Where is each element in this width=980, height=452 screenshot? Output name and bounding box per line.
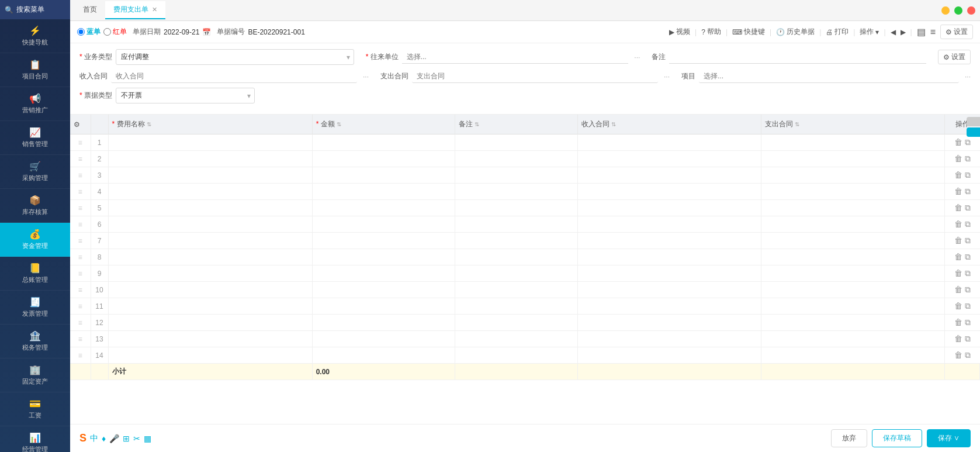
expense-contract-dots[interactable]: ··· (664, 73, 670, 81)
copy-row-icon[interactable]: ⧉ (965, 318, 971, 327)
expense-contract-cell[interactable] (761, 249, 944, 265)
income-contract-cell[interactable] (577, 282, 761, 298)
income-sort[interactable]: ⇅ (611, 121, 616, 127)
sidebar-item-invoice-mgmt[interactable]: 🧾发票管理 (0, 291, 70, 325)
sidebar-item-fund-mgmt[interactable]: 💰资金管理 (0, 223, 70, 257)
copy-row-icon[interactable]: ⧉ (965, 301, 971, 311)
income-contract-dots[interactable]: ··· (363, 73, 369, 81)
row-drag-handle[interactable]: ≡ (70, 216, 91, 233)
expense-name-cell[interactable] (108, 265, 312, 282)
amount-cell[interactable] (312, 200, 455, 216)
sidebar-item-quick-nav[interactable]: ⚡快捷导航 (0, 19, 70, 53)
expense-name-cell[interactable] (108, 298, 312, 315)
amount-sort[interactable]: ⇅ (337, 121, 341, 127)
sidebar-item-general-ledger[interactable]: 📒总账管理 (0, 257, 70, 291)
note-cell[interactable] (455, 216, 577, 233)
sidebar-item-project-contract[interactable]: 📋项目合同 (0, 53, 70, 87)
row-drag-handle[interactable]: ≡ (70, 233, 91, 249)
income-contract-cell[interactable] (577, 200, 761, 216)
note-cell[interactable] (455, 184, 577, 200)
save-draft-button[interactable]: 保存草稿 (872, 429, 922, 447)
tab-home[interactable]: 首页 (75, 1, 105, 19)
edge-tab-1[interactable]: 附 (967, 117, 980, 126)
business-type-select[interactable]: 应付调整 ▾ (116, 49, 354, 65)
history-button[interactable]: 🕐 历史单据 (776, 27, 815, 37)
expense-name-cell[interactable] (108, 184, 312, 200)
row-drag-handle[interactable]: ≡ (70, 167, 91, 184)
row-drag-handle[interactable]: ≡ (70, 151, 91, 167)
settings-button[interactable]: ⚙ 设置 (940, 25, 973, 39)
delete-row-icon[interactable]: 🗑 (954, 203, 962, 213)
note-cell[interactable] (455, 134, 577, 151)
more-actions-button[interactable]: 操作 ▾ (860, 27, 879, 37)
row-drag-handle[interactable]: ≡ (70, 265, 91, 282)
copy-row-icon[interactable]: ⧉ (965, 350, 971, 360)
expense-contract-cell[interactable] (761, 216, 944, 233)
row-drag-handle[interactable]: ≡ (70, 315, 91, 331)
expense-name-cell[interactable] (108, 347, 312, 364)
note-cell[interactable] (455, 233, 577, 249)
row-drag-handle[interactable]: ≡ (70, 331, 91, 347)
copy-row-icon[interactable]: ⧉ (965, 285, 971, 295)
sidebar-item-payroll[interactable]: 💳工资 (0, 392, 70, 426)
expense-contract-cell[interactable] (761, 331, 944, 347)
red-single-radio[interactable] (103, 28, 111, 36)
row-drag-handle[interactable]: ≡ (70, 184, 91, 200)
tab-expense-form[interactable]: 费用支出单✕ (105, 1, 165, 19)
row-drag-handle[interactable]: ≡ (70, 249, 91, 265)
shortcut-button[interactable]: ⌨ 快捷键 (732, 27, 765, 37)
amount-cell[interactable] (312, 265, 455, 282)
expense-contract-cell[interactable] (761, 134, 944, 151)
amount-cell[interactable] (312, 151, 455, 167)
sidebar-search[interactable]: 🔍 搜索菜单 (0, 0, 70, 19)
amount-cell[interactable] (312, 315, 455, 331)
note-cell[interactable] (455, 151, 577, 167)
expense-name-cell[interactable] (108, 151, 312, 167)
red-single-label[interactable]: 红单 (103, 27, 127, 37)
minimize-button[interactable] (941, 6, 950, 15)
amount-cell[interactable] (312, 249, 455, 265)
expense-contract-input[interactable] (412, 70, 658, 83)
expense-name-cell[interactable] (108, 200, 312, 216)
note-cell[interactable] (455, 265, 577, 282)
income-contract-input[interactable] (111, 70, 357, 83)
delete-row-icon[interactable]: 🗑 (954, 334, 962, 344)
expense-contract-cell[interactable] (761, 347, 944, 364)
save-button[interactable]: 保存 ∨ (927, 429, 971, 447)
grid-view-button[interactable]: ▤ (917, 26, 926, 37)
table-settings-icon[interactable]: ⚙ (74, 120, 80, 129)
note-input[interactable] (669, 50, 926, 64)
expense-contract-cell[interactable] (761, 315, 944, 331)
blue-single-radio[interactable] (77, 28, 85, 36)
maximize-button[interactable] (954, 6, 962, 15)
copy-row-icon[interactable]: ⧉ (965, 187, 971, 196)
delete-row-icon[interactable]: 🗑 (954, 154, 962, 164)
expense-name-cell[interactable] (108, 282, 312, 298)
expense-contract-cell[interactable] (761, 151, 944, 167)
income-contract-cell[interactable] (577, 298, 761, 315)
sidebar-item-marketing[interactable]: 📢营销推广 (0, 87, 70, 121)
amount-cell[interactable] (312, 184, 455, 200)
sidebar-item-operations-mgmt[interactable]: 📊经营管理 (0, 426, 70, 452)
delete-row-icon[interactable]: 🗑 (954, 170, 962, 180)
delete-row-icon[interactable]: 🗑 (954, 350, 962, 360)
expense-name-cell[interactable] (108, 249, 312, 265)
copy-row-icon[interactable]: ⧉ (965, 268, 971, 278)
copy-row-icon[interactable]: ⧉ (965, 219, 971, 229)
delete-row-icon[interactable]: 🗑 (954, 301, 962, 311)
nav-prev-button[interactable]: ◀ (891, 28, 896, 36)
expense-contract-cell[interactable] (761, 282, 944, 298)
mic-icon[interactable]: 🎤 (109, 434, 119, 443)
note-cell[interactable] (455, 331, 577, 347)
amount-cell[interactable] (312, 347, 455, 364)
income-contract-cell[interactable] (577, 233, 761, 249)
income-contract-cell[interactable] (577, 216, 761, 233)
form-settings-button[interactable]: ⚙ 设置 (938, 50, 971, 64)
copy-row-icon[interactable]: ⧉ (965, 170, 971, 180)
calendar-icon[interactable]: 📅 (202, 28, 211, 36)
expense-name-cell[interactable] (108, 167, 312, 184)
expense-contract-sort[interactable]: ⇅ (795, 121, 799, 127)
nav-next-button[interactable]: ▶ (901, 28, 906, 36)
income-contract-cell[interactable] (577, 265, 761, 282)
grid-icon[interactable]: ⊞ (123, 434, 130, 443)
